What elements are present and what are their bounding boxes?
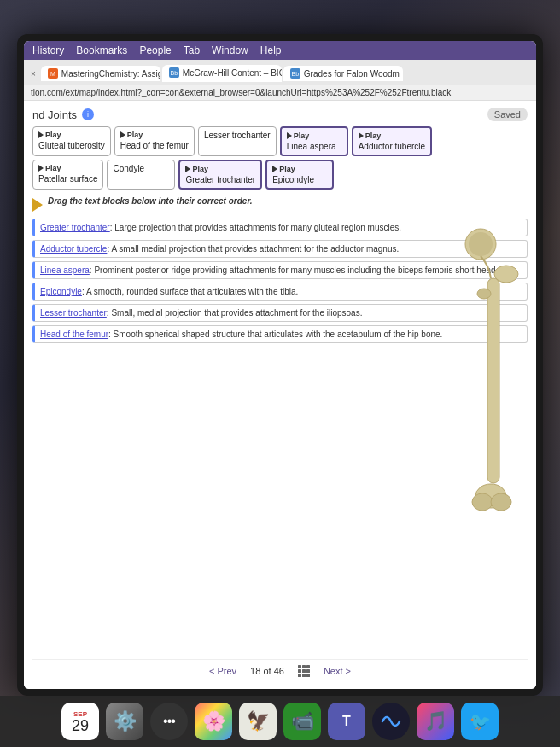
svg-point-1 (469, 232, 493, 256)
saved-badge: Saved (487, 108, 528, 121)
dock-wave[interactable] (372, 703, 410, 740)
menu-people[interactable]: People (139, 44, 171, 56)
tab-label-3: Grades for Falon Woodm (304, 69, 400, 79)
drag-instruction: Drag the text blocks below into their co… (32, 196, 528, 212)
play-text-adductor: Play (365, 131, 382, 140)
btn-label-greater: Greater trochanter (185, 175, 255, 184)
tab-3[interactable]: Bb Grades for Falon Woodm (283, 66, 403, 81)
desc-text-1: : A small medial projection that provide… (107, 244, 399, 254)
page-header: nd Joints i Saved (32, 108, 528, 121)
tab-close-btn[interactable]: × (27, 67, 39, 80)
grid-dot-5 (302, 669, 306, 673)
play-icon-greater (185, 166, 190, 172)
btn-linea[interactable]: Play Linea aspera (280, 126, 348, 156)
menu-window[interactable]: Window (212, 44, 248, 56)
tab-icon-3: Bb (290, 68, 300, 79)
info-icon: i (82, 108, 94, 120)
term-1: Adductor tubercle (40, 244, 107, 254)
term-0: Greater trochanter (40, 223, 110, 232)
grid-view-icon[interactable] (298, 665, 310, 677)
play-icon-adductor (359, 132, 364, 139)
play-icon-epicondyle (272, 166, 277, 172)
btn-head-femur[interactable]: Play Head of the femur (114, 126, 195, 156)
desc-card-3[interactable]: Epicondyle: A smooth, rounded surface th… (32, 283, 528, 301)
tab-label-1: MasteringChemistry: Assignme (61, 69, 160, 79)
grid-dot-9 (306, 674, 310, 677)
desc-text-4: : Small, medial projection that provides… (107, 308, 363, 318)
grid-dot-7 (298, 674, 301, 677)
arrow-icon (32, 198, 43, 212)
play-icon-gluteal (38, 131, 44, 138)
dock-twitter[interactable]: 🐦 (461, 703, 499, 740)
tab-2[interactable]: Bb McGraw-Hill Content – BIOL-1 × (162, 65, 282, 82)
mac-dock: SEP 29 ⚙️ ••• 🌸 🦅 📹 T 🎵 🐦 (0, 696, 560, 747)
svg-rect-3 (487, 278, 499, 483)
desc-card-2[interactable]: Linea aspera: Prominent posterior ridge … (32, 261, 528, 279)
svg-point-7 (491, 493, 511, 511)
term-4: Lesser trochanter (40, 308, 107, 318)
nav-of: of (263, 666, 273, 676)
btn-adductor[interactable]: Play Adductor tubercle (352, 126, 432, 156)
btn-label-condyle: Condyle (113, 164, 169, 173)
url-text: tion.com/ext/map/index.html?_con=con&ext… (31, 88, 451, 97)
content-area: Greater trochanter: Large projection tha… (32, 219, 528, 659)
url-bar[interactable]: tion.com/ext/map/index.html?_con=con&ext… (24, 85, 536, 101)
menu-tab[interactable]: Tab (184, 44, 200, 56)
btn-condyle[interactable]: Condyle (107, 160, 175, 190)
grid-dot-2 (302, 665, 306, 668)
svg-point-4 (477, 289, 491, 299)
menu-help[interactable]: Help (260, 44, 282, 56)
nav-footer: < Prev 18 of 46 Next > (32, 659, 528, 682)
main-content: nd Joints i Saved Play Gluteal tuberosit… (24, 101, 536, 689)
play-text-linea: Play (294, 131, 310, 140)
buttons-grid: Play Gluteal tuberosity Play Head of the… (32, 126, 528, 190)
menu-bar: History Bookmarks People Tab Window Help (24, 41, 536, 60)
desc-card-1[interactable]: Adductor tubercle: A small medial projec… (32, 240, 528, 258)
play-text-head: Play (127, 131, 143, 139)
tab-1[interactable]: M MasteringChemistry: Assignme × (41, 66, 160, 81)
dock-music[interactable]: 🎵 (417, 703, 454, 740)
desc-card-5[interactable]: Head of the femur: Smooth spherical shap… (32, 325, 528, 343)
dock-calendar[interactable]: SEP 29 (61, 703, 99, 740)
btn-greater[interactable]: Play Greater trochanter (178, 160, 262, 190)
menu-bookmarks[interactable]: Bookmarks (76, 44, 127, 56)
play-text-patellar: Play (45, 164, 61, 172)
menu-history[interactable]: History (32, 44, 64, 56)
play-icon-head (120, 131, 125, 138)
dock-settings[interactable]: ⚙️ (106, 703, 143, 740)
nav-total: 46 (274, 666, 284, 676)
btn-gluteal[interactable]: Play Gluteal tuberosity (32, 126, 111, 156)
btn-epicondyle[interactable]: Play Epicondyle (265, 160, 334, 190)
grid-dot-8 (302, 674, 306, 677)
dock-teams[interactable]: T (328, 703, 365, 740)
desc-text-2: : Prominent posterior ridge providing at… (90, 266, 499, 275)
dock-day: 29 (72, 718, 89, 733)
svg-point-6 (472, 493, 493, 511)
tab-icon-1: M (48, 68, 58, 79)
desc-card-4[interactable]: Lesser trochanter: Small, medial project… (32, 304, 528, 322)
drag-text: Drag the text blocks below into their co… (48, 196, 253, 206)
nav-current: 18 (250, 666, 260, 676)
next-button[interactable]: Next > (324, 666, 351, 676)
dock-photos[interactable]: 🌸 (195, 703, 232, 740)
term-5: Head of the femur (40, 330, 108, 339)
desc-text-5: : Smooth spherical shaped structure that… (108, 330, 442, 339)
page-title: nd Joints (32, 108, 77, 121)
btn-label-gluteal: Gluteal tuberosity (38, 141, 105, 150)
play-icon-linea (287, 132, 292, 139)
left-content: Greater trochanter: Large projection tha… (32, 219, 528, 659)
btn-lesser[interactable]: Lesser trochanter (198, 126, 277, 156)
btn-label-lesser: Lesser trochanter (204, 131, 271, 140)
play-text-epicondyle: Play (279, 165, 295, 173)
desc-text-3: : A smooth, rounded surface that articul… (82, 287, 298, 296)
tab-bar: × M MasteringChemistry: Assignme × Bb Mc… (24, 60, 536, 85)
btn-patellar[interactable]: Play Patellar surface (32, 160, 103, 190)
screen: History Bookmarks People Tab Window Help… (24, 41, 536, 689)
desc-card-0[interactable]: Greater trochanter: Large projection tha… (32, 219, 528, 236)
prev-button[interactable]: < Prev (209, 666, 236, 676)
btn-label-linea: Linea aspera (287, 142, 341, 151)
dock-bird[interactable]: 🦅 (239, 703, 277, 740)
dock-facetime[interactable]: 📹 (283, 703, 321, 740)
grid-dot-3 (306, 665, 310, 668)
dock-more[interactable]: ••• (150, 703, 188, 740)
